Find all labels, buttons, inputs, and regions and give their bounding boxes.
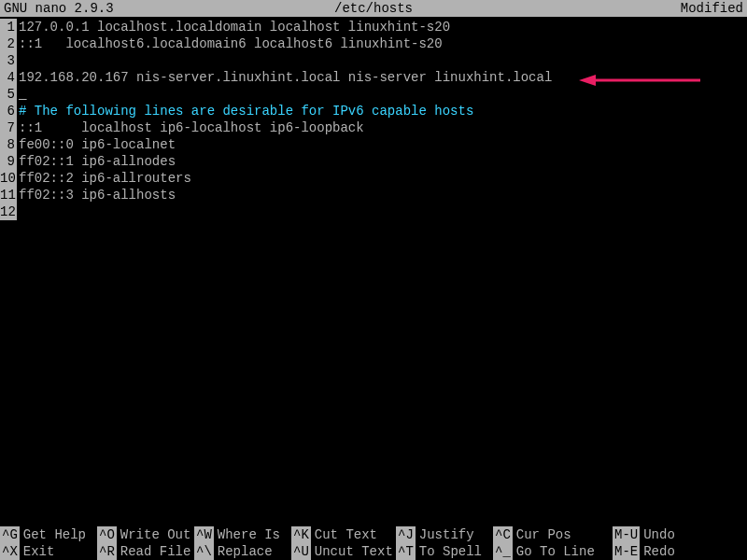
shortcut-label: Read File <box>120 543 191 560</box>
shortcut-cur-pos[interactable]: ^CCur Pos <box>493 526 613 543</box>
editor-line[interactable]: 5_ <box>0 86 747 103</box>
shortcut-key: ^C <box>493 526 513 543</box>
shortcut-label: Undo <box>643 526 675 543</box>
shortcut-to-spell[interactable]: ^TTo Spell <box>396 543 493 560</box>
editor-line[interactable]: 7::1 localhost ip6-localhost ip6-loopbac… <box>0 119 747 136</box>
shortcut-cut-text[interactable]: ^KCut Text <box>291 526 396 543</box>
shortcut-label: Get Help <box>23 526 86 543</box>
line-text[interactable]: ::1 localhost ip6-localhost ip6-loopback <box>17 119 364 136</box>
shortcut-key: ^R <box>97 543 117 560</box>
shortcut-key: ^O <box>97 526 117 543</box>
line-text[interactable]: ff02::1 ip6-allnodes <box>17 153 176 170</box>
shortcut-key: ^K <box>291 526 311 543</box>
shortcut-label: Replace <box>218 543 273 560</box>
editor-line[interactable]: 1127.0.0.1 localhost.localdomain localho… <box>0 19 747 35</box>
shortcut-key: M-U <box>613 526 640 543</box>
editor-line[interactable]: 11ff02::3 ip6-allhosts <box>0 187 747 203</box>
shortcut-replace[interactable]: ^\Replace <box>194 543 291 560</box>
editor-line[interactable]: 10ff02::2 ip6-allrouters <box>0 170 747 187</box>
shortcut-label: Cur Pos <box>516 526 571 543</box>
shortcut-label: Write Out <box>120 526 191 543</box>
app-name: GNU nano 2.9.3 <box>4 0 114 17</box>
shortcut-label: Redo <box>643 543 675 560</box>
shortcut-undo[interactable]: M-UUndo <box>613 526 710 543</box>
editor-line[interactable]: 12 <box>0 203 747 220</box>
line-text[interactable]: # The following lines are desirable for … <box>17 103 473 119</box>
line-number: 1 <box>0 19 17 35</box>
shortcut-label: Cut Text <box>315 526 377 543</box>
line-number: 9 <box>0 153 17 170</box>
shortcut-label: Go To Line <box>516 543 595 560</box>
shortcut-key: ^J <box>396 526 416 543</box>
shortcut-key: ^X <box>0 543 20 560</box>
shortcut-key: ^_ <box>493 543 513 560</box>
line-text[interactable]: fe00::0 ip6-localnet <box>17 136 176 153</box>
shortcut-exit[interactable]: ^XExit <box>0 543 97 560</box>
shortcut-label: Exit <box>23 543 55 560</box>
shortcut-justify[interactable]: ^JJustify <box>396 526 493 543</box>
modified-status: Modified <box>681 0 743 17</box>
line-text[interactable]: 127.0.0.1 localhost.localdomain localhos… <box>17 19 450 35</box>
line-text[interactable]: ff02::3 ip6-allhosts <box>17 187 176 203</box>
shortcut-key: M-E <box>613 543 640 560</box>
line-text[interactable] <box>17 203 19 220</box>
editor-line[interactable]: 3 <box>0 52 747 69</box>
shortcut-where-is[interactable]: ^WWhere Is <box>194 526 291 543</box>
shortcut-bar: ^GGet Help^OWrite Out^WWhere Is^KCut Tex… <box>0 526 747 560</box>
shortcut-redo[interactable]: M-ERedo <box>613 543 710 560</box>
shortcut-key: ^U <box>291 543 311 560</box>
shortcut-label: Uncut Text <box>315 543 393 560</box>
titlebar: GNU nano 2.9.3 /etc/hosts Modified <box>0 0 747 17</box>
file-path: /etc/hosts <box>334 0 413 17</box>
shortcut-key: ^W <box>194 526 214 543</box>
line-number: 7 <box>0 119 17 136</box>
shortcut-write-out[interactable]: ^OWrite Out <box>97 526 194 543</box>
line-text[interactable]: ::1 localhost6.localdomain6 localhost6 l… <box>17 35 443 52</box>
shortcut-key: ^T <box>396 543 416 560</box>
editor-line[interactable]: 9ff02::1 ip6-allnodes <box>0 153 747 170</box>
line-number: 2 <box>0 35 17 52</box>
shortcut-go-to-line[interactable]: ^_Go To Line <box>493 543 613 560</box>
line-number: 12 <box>0 203 17 220</box>
editor-line[interactable]: 2::1 localhost6.localdomain6 localhost6 … <box>0 35 747 52</box>
shortcut-label: Where Is <box>218 526 280 543</box>
editor-line[interactable]: 8fe00::0 ip6-localnet <box>0 136 747 153</box>
shortcut-uncut-text[interactable]: ^UUncut Text <box>291 543 396 560</box>
shortcut-key: ^\ <box>194 543 214 560</box>
shortcut-key: ^G <box>0 526 20 543</box>
line-number: 11 <box>0 187 17 203</box>
editor-line[interactable]: 6# The following lines are desirable for… <box>0 103 747 119</box>
line-number: 5 <box>0 86 17 103</box>
shortcut-label: To Spell <box>419 543 482 560</box>
shortcut-label: Justify <box>419 526 474 543</box>
line-text[interactable]: 192.168.20.167 nis-server.linuxhint.loca… <box>17 69 552 86</box>
shortcut-get-help[interactable]: ^GGet Help <box>0 526 97 543</box>
line-number: 6 <box>0 103 17 119</box>
line-number: 10 <box>0 170 17 187</box>
line-number: 8 <box>0 136 17 153</box>
line-text[interactable]: ff02::2 ip6-allrouters <box>17 170 191 187</box>
shortcut-read-file[interactable]: ^RRead File <box>97 543 194 560</box>
line-text[interactable]: _ <box>17 86 26 103</box>
editor-area[interactable]: 1127.0.0.1 localhost.localdomain localho… <box>0 17 747 220</box>
line-number: 3 <box>0 52 17 69</box>
editor-line[interactable]: 4192.168.20.167 nis-server.linuxhint.loc… <box>0 69 747 86</box>
line-text[interactable] <box>17 52 19 69</box>
line-number: 4 <box>0 69 17 86</box>
